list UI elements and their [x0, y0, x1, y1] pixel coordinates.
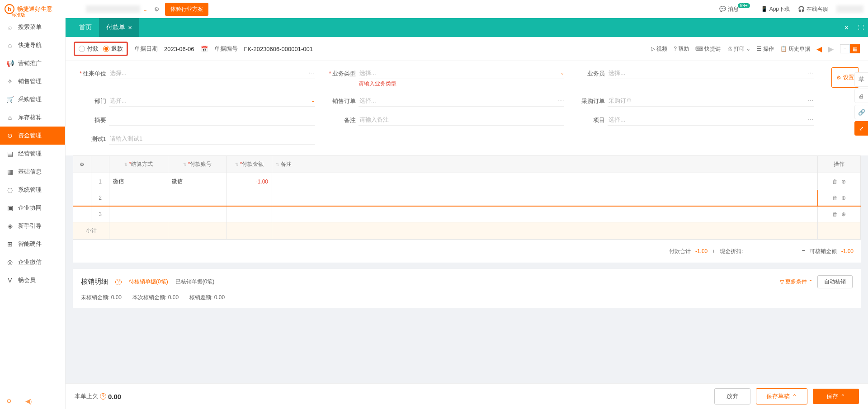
sidebar-item-basic[interactable]: ▦基础信息: [0, 163, 65, 181]
sidebar-item-marketing[interactable]: 📢营销推广: [0, 54, 65, 72]
table-row[interactable]: 3 🗑⊕: [73, 206, 861, 222]
app-download-link[interactable]: 📱 App下载: [761, 5, 790, 13]
subtab-pending[interactable]: 待核销单据(0笔): [129, 278, 168, 286]
cell-amount[interactable]: -1.00: [227, 173, 272, 190]
sidebar-item-search[interactable]: ⌕搜索菜单: [0, 18, 65, 36]
more-icon[interactable]: ···: [807, 69, 814, 76]
cell-remark[interactable]: [272, 173, 818, 190]
abandon-button[interactable]: 放弃: [714, 388, 750, 404]
chevron-down-icon[interactable]: ⌄: [311, 98, 315, 103]
sidebar-item-system[interactable]: ◌系统管理: [0, 181, 65, 199]
shortcut-link[interactable]: ⌨ 快捷键: [695, 45, 721, 53]
table-row[interactable]: 1 微信 微信 -1.00 🗑⊕: [73, 173, 861, 190]
history-link[interactable]: 📋 历史单据: [780, 45, 810, 53]
discount-input[interactable]: [748, 246, 797, 256]
sidebar-item-purchase[interactable]: 🛒采购管理: [0, 90, 65, 108]
online-service-link[interactable]: 🎧 在线客服: [798, 5, 828, 13]
tab-payment[interactable]: 付款单✕: [99, 18, 139, 37]
more-icon[interactable]: ···: [807, 97, 814, 103]
add-icon[interactable]: ⊕: [841, 211, 846, 217]
project-input[interactable]: [608, 114, 814, 126]
purchase-order-input[interactable]: [608, 95, 814, 107]
radio-refund[interactable]: 退款: [103, 45, 123, 53]
view-card-button[interactable]: ▦: [850, 44, 860, 53]
cell-account[interactable]: 微信: [168, 173, 227, 190]
partner-input[interactable]: [109, 67, 315, 79]
sidebar-item-quicknav[interactable]: ⌂快捷导航: [0, 36, 65, 54]
biz-type-input[interactable]: [359, 67, 565, 79]
gear-icon[interactable]: ⚙: [154, 6, 160, 13]
sidebar-item-funds[interactable]: ⊙资金管理: [0, 127, 65, 145]
col-amount[interactable]: ⇅*付款金额: [227, 156, 272, 173]
cell-remark[interactable]: [272, 206, 818, 222]
more-icon[interactable]: ···: [309, 69, 315, 76]
cell-settle[interactable]: [109, 190, 168, 207]
cell-account[interactable]: [168, 190, 227, 207]
salesperson-input[interactable]: [608, 67, 814, 79]
test1-input[interactable]: [109, 133, 315, 145]
col-account[interactable]: ⇅*付款账号: [168, 156, 227, 173]
save-draft-button[interactable]: 保存草稿 ⌃: [756, 388, 807, 404]
calendar-icon[interactable]: 📅: [201, 46, 208, 52]
sales-order-input[interactable]: [359, 95, 565, 107]
sidebar-item-guide[interactable]: ◈新手引导: [0, 217, 65, 235]
add-icon[interactable]: ⊕: [841, 179, 846, 185]
sidebar-item-collab[interactable]: ▣企业协同: [0, 199, 65, 217]
col-gear[interactable]: ⚙: [73, 156, 91, 173]
remark-input[interactable]: [359, 114, 565, 126]
gear-icon[interactable]: ⚙: [6, 398, 12, 404]
auto-writeoff-button[interactable]: 自动核销: [817, 275, 853, 288]
delete-icon[interactable]: 🗑: [832, 211, 838, 217]
sidebar-item-inventory[interactable]: ⌂库存核算: [0, 108, 65, 127]
app-download-label: App下载: [769, 5, 790, 13]
cell-account[interactable]: [168, 206, 227, 222]
col-remark[interactable]: ⇅备注: [272, 156, 818, 173]
sidebar-item-wecom[interactable]: ◎企业微信: [0, 253, 65, 271]
cell-settle[interactable]: [109, 206, 168, 222]
add-icon[interactable]: ⊕: [841, 195, 846, 201]
rail-expand-icon[interactable]: ⤢: [854, 121, 868, 136]
close-icon[interactable]: ✕: [128, 25, 132, 31]
sidebar-item-sales[interactable]: ✧销售管理: [0, 72, 65, 90]
cell-remark[interactable]: [272, 190, 818, 207]
cell-amount[interactable]: [227, 190, 272, 207]
next-icon[interactable]: ▶: [828, 45, 834, 53]
cell-amount[interactable]: [227, 206, 272, 222]
dept-input[interactable]: [109, 95, 315, 107]
collapse-icon[interactable]: ◀): [25, 398, 32, 404]
rail-print-icon[interactable]: 🖨: [854, 89, 868, 103]
doc-date-value[interactable]: 2023-06-06: [164, 46, 194, 52]
video-link[interactable]: ▷ 视频: [651, 45, 667, 53]
fullscreen-button[interactable]: ⛶: [854, 18, 868, 37]
save-button[interactable]: 保存 ⌃: [813, 389, 859, 404]
sidebar-item-operation[interactable]: ▤经营管理: [0, 145, 65, 163]
more-icon[interactable]: ···: [807, 116, 814, 122]
cell-settle[interactable]: 微信: [109, 173, 168, 190]
info-icon[interactable]: ?: [115, 279, 122, 285]
more-filter-link[interactable]: ▽ 更多条件 ⌃: [780, 278, 813, 286]
messages-link[interactable]: 💬 消息 99+: [719, 5, 753, 13]
view-list-button[interactable]: ≡: [840, 44, 850, 53]
radio-payment[interactable]: 付款: [79, 45, 99, 53]
col-settle[interactable]: ⇅*结算方式: [109, 156, 168, 173]
delete-icon[interactable]: 🗑: [832, 179, 838, 185]
chevron-down-icon[interactable]: ⌄: [560, 70, 564, 76]
rail-draft-icon[interactable]: 草: [854, 72, 868, 87]
experience-button[interactable]: 体验行业方案: [165, 3, 208, 16]
rail-attach-icon[interactable]: 🔗: [854, 105, 868, 119]
help-link[interactable]: ? 帮助: [674, 45, 689, 53]
sidebar-item-member[interactable]: V畅会员: [0, 271, 65, 289]
org-selector[interactable]: ⌄ ⚙: [86, 5, 160, 13]
prev-icon[interactable]: ◀: [816, 45, 822, 53]
sidebar-item-hardware[interactable]: ⊞智能硬件: [0, 235, 65, 253]
more-icon[interactable]: ···: [558, 97, 565, 103]
table-row[interactable]: 2 🗑⊕: [73, 190, 861, 207]
tab-home[interactable]: 首页: [72, 18, 99, 37]
delete-icon[interactable]: 🗑: [832, 195, 838, 201]
print-link[interactable]: 🖨 打印 ⌄: [727, 45, 750, 53]
subtab-done[interactable]: 已核销单据(0笔): [175, 278, 215, 286]
summary-input[interactable]: [109, 114, 315, 126]
info-icon[interactable]: ?: [100, 393, 106, 400]
operate-link[interactable]: ☰ 操作: [757, 45, 774, 53]
close-tab-button[interactable]: ✕: [839, 18, 854, 37]
